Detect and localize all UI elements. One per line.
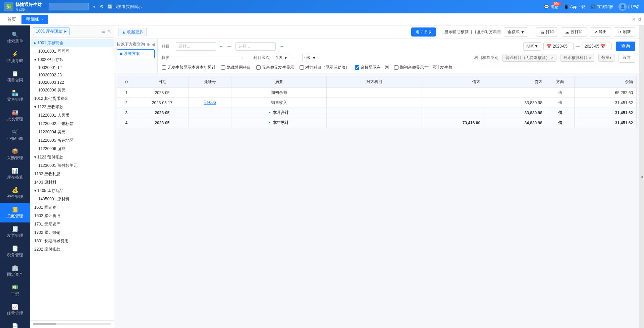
- voucher-link[interactable]: 记-006: [204, 100, 216, 105]
- tree-item-10020001[interactable]: 10020001 12: [30, 64, 114, 71]
- tree-item-1001[interactable]: ▸ 1001 库存现金: [30, 39, 114, 47]
- settings-btn[interactable]: 设置: [619, 53, 635, 63]
- tree-breadcrumb[interactable]: 1001 库存现金 ➤: [33, 27, 70, 35]
- tree-item-1602[interactable]: 1602 累计折旧: [30, 212, 114, 220]
- tree-item-1122[interactable]: ▾ 1122 应收账款: [30, 103, 114, 111]
- sidebar-item-inventory[interactable]: 📊 库存核算: [0, 164, 30, 184]
- tree-item-10020002[interactable]: 10020002 23: [30, 71, 114, 79]
- schema-btn[interactable]: 系统方案: [117, 49, 155, 58]
- app-download-btn[interactable]: 📱 App下载: [564, 4, 585, 10]
- user-avatar[interactable]: 👤 用户名: [619, 3, 640, 11]
- tab-close-icon[interactable]: ×: [41, 17, 43, 21]
- sidebar-item-fund[interactable]: 💰 资金管理: [0, 184, 30, 203]
- tag-close-1[interactable]: ×: [551, 56, 553, 60]
- message-btn[interactable]: 💬 消息 99+: [544, 4, 558, 10]
- sidebar-item-salary[interactable]: 💵 工资: [0, 281, 30, 300]
- tree-item-11230001[interactable]: 11230001 预付款美元: [30, 161, 114, 170]
- tab-home[interactable]: 首页: [3, 15, 21, 24]
- tree-item-1132[interactable]: 1132 应收利息: [30, 170, 114, 178]
- period-end-input[interactable]: 2023-05 📅: [582, 43, 612, 50]
- tree-item-11220002[interactable]: 11220002 往来标签: [30, 120, 114, 128]
- tree-item-10020006[interactable]: 10020006 美元: [30, 86, 114, 94]
- cloud-print-btn[interactable]: ☁ 云打印: [561, 27, 587, 37]
- dropdown-icon[interactable]: ▼: [92, 4, 96, 9]
- cb-contra-show[interactable]: 对方科目（显示辅助项）: [300, 65, 350, 70]
- show-aux-checkbox[interactable]: 显示辅助核算: [439, 29, 469, 35]
- refresh-btn[interactable]: ↺ 刷新: [614, 27, 635, 37]
- sidebar-item-report[interactable]: 📄 小畅报销: [0, 320, 30, 328]
- tree-item-10020003[interactable]: 10020003 122: [30, 79, 114, 86]
- tree-item-1403[interactable]: 1403 原材料: [30, 178, 114, 187]
- tree-item-1002[interactable]: ▾ 1002 银行存款: [30, 56, 114, 64]
- category-tag-1[interactable]: 普通科目（无特殊核算） ×: [502, 54, 556, 62]
- cb-no-balance[interactable]: 无余额无发生显示: [256, 65, 294, 70]
- subject-input-2[interactable]: 选择...: [235, 42, 276, 51]
- tag-close-2[interactable]: ×: [589, 56, 591, 60]
- tree-item-11220005[interactable]: 11220005 所在地区: [30, 136, 114, 145]
- schema-settings-icon[interactable]: ⚙: [147, 42, 150, 47]
- demo-link[interactable]: 🔄 我要看实例演示: [107, 4, 142, 10]
- tab-close-window[interactable]: ✕: [632, 17, 636, 22]
- query-btn[interactable]: 查询: [616, 42, 635, 51]
- tree-item-11220001[interactable]: 11220001 人民币: [30, 111, 114, 120]
- schema-collapse-icon[interactable]: ◀: [152, 42, 155, 47]
- global-search-input[interactable]: [49, 3, 89, 10]
- export-btn[interactable]: ↗ 导出: [590, 27, 611, 37]
- expand-more-btn[interactable]: ▲ 收起更多: [118, 28, 147, 36]
- subject-input[interactable]: 选择...: [176, 42, 216, 51]
- sidebar-item-search[interactable]: 🔍 搜索菜单: [0, 28, 30, 48]
- tree-item-1012[interactable]: 1012 其他货币资金: [30, 94, 114, 103]
- cell-summary: 期初余额: [231, 88, 327, 98]
- return-old-btn[interactable]: 退回旧版: [411, 27, 436, 37]
- tree-item-1405[interactable]: ▾ 1405 库存商品: [30, 187, 114, 195]
- tree-item-1123[interactable]: ▾ 1123 预付账款: [30, 153, 114, 161]
- settings-icon[interactable]: ⚙: [100, 4, 104, 9]
- gear-settings-icon[interactable]: ⚙: [124, 80, 128, 84]
- salary-icon: 💵: [1, 284, 29, 290]
- period-select[interactable]: 期间▼: [523, 42, 541, 51]
- tree-item-1702[interactable]: 1702 累计摊销: [30, 228, 114, 237]
- tree-item-14050001[interactable]: 14050001 原材料: [30, 195, 114, 203]
- th-settings[interactable]: ⚙: [117, 76, 136, 88]
- level-start-select[interactable]: 1级 ▼: [274, 54, 290, 62]
- sidebar-item-wholesale[interactable]: 🏭 批发管理: [0, 106, 30, 125]
- tree-edit-icon[interactable]: ✎: [107, 29, 111, 34]
- right-collapse-panel[interactable]: ◀: [639, 25, 644, 328]
- sidebar-item-ledger[interactable]: 📒 总账管理: [0, 203, 30, 222]
- tree-scrollbar[interactable]: [33, 323, 111, 325]
- sidebar-item-assets[interactable]: 🏢 固定资产: [0, 261, 30, 281]
- online-service-btn[interactable]: 🎧 在线客服: [591, 4, 613, 10]
- level-end-select[interactable]: 6级 ▼: [302, 54, 319, 62]
- cb-no-amount[interactable]: 无发生额显示本月本年累计: [162, 65, 216, 70]
- tree-item-2202[interactable]: 2202 应付账款: [30, 245, 114, 254]
- sidebar-item-invoice[interactable]: 🧾 发票管理: [0, 222, 30, 242]
- subject-more-icon-2[interactable]: ···: [280, 44, 283, 49]
- sidebar-item-project[interactable]: 📋 项目合同: [0, 67, 30, 86]
- tree-list-icon[interactable]: ☰: [101, 29, 105, 34]
- tree-item-1801[interactable]: 1801 长期待摊费用: [30, 237, 114, 245]
- cb-hide-disabled[interactable]: 隐藏禁用科目: [221, 65, 251, 70]
- tree-item-1601[interactable]: 1601 固定资产: [30, 203, 114, 212]
- cb-opening-ytd[interactable]: 期初余额显示本年累计发生额: [394, 65, 452, 70]
- subject-more-icon[interactable]: ···: [220, 44, 223, 49]
- category-tag-2[interactable]: 外币核算科目 ×: [560, 54, 594, 62]
- tree-item-11220004[interactable]: 11220004 美元: [30, 128, 114, 136]
- amount-style-dropdown[interactable]: 金额式 ▼: [504, 27, 528, 37]
- period-start-input[interactable]: 📅 2023-05: [543, 43, 574, 50]
- sidebar-item-tax[interactable]: 📑 税务管理: [0, 242, 30, 261]
- tab-minimize[interactable]: ⧉: [638, 16, 641, 22]
- category-tag-3[interactable]: 数量▾: [598, 54, 614, 62]
- tree-item-10010001[interactable]: 10010001 同同同: [30, 47, 114, 56]
- sidebar-item-retail[interactable]: 🏪 零售管理: [0, 86, 30, 106]
- tree-item-1701[interactable]: 1701 无形资产: [30, 220, 114, 228]
- tree-item-11220006[interactable]: 11220006 游戏: [30, 145, 114, 153]
- sidebar-item-operations[interactable]: 📈 经营管理: [0, 300, 30, 320]
- show-contra-checkbox[interactable]: 显示对方科目: [471, 29, 501, 35]
- cb-balance-one-col[interactable]: 余额显示在一列: [355, 65, 389, 70]
- sidebar-item-purchase[interactable]: 📦 采购管理: [0, 145, 30, 164]
- summary-input[interactable]: [176, 57, 243, 59]
- sidebar-item-ecommerce[interactable]: 🛒 小畅电商: [0, 125, 30, 145]
- sidebar-item-quick[interactable]: ⚡ 快捷导航: [0, 48, 30, 67]
- print-btn[interactable]: 🖨 打印: [536, 27, 558, 37]
- tab-ledger[interactable]: 明细账 ×: [21, 15, 48, 24]
